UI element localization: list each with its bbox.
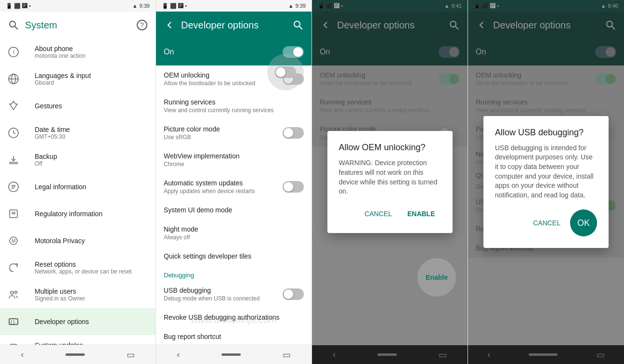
oem-dialog-body: WARNING: Device protection features will… <box>339 158 441 196</box>
dev-item-quicktiles[interactable]: Quick settings developer tiles <box>156 247 312 266</box>
about-label: About phone <box>35 45 85 52</box>
autoupdate-toggle-middle[interactable] <box>283 181 304 193</box>
debugging-section-middle: Debugging <box>156 266 312 281</box>
sidebar-item-about[interactable]: i About phone motorola one action <box>0 39 156 65</box>
oem-enable-btn[interactable]: Enable <box>402 206 441 221</box>
dev-item-color[interactable]: Picture color mode Use sRGB <box>156 119 312 146</box>
recents-btn-middle[interactable]: ▭ <box>283 350 291 360</box>
status-right-left: ▲ 9:39 <box>132 3 150 9</box>
system-title: System <box>25 20 130 31</box>
dev-item-demo[interactable]: System UI demo mode <box>156 200 312 220</box>
back-btn-left[interactable]: ‹ <box>21 350 24 360</box>
sidebar-item-reset[interactable]: Reset options Network, apps, or device c… <box>0 254 156 281</box>
sidebar-item-sysupdate[interactable]: System updates Updated to Android 9 <box>0 335 156 345</box>
sysupdate-label: System updates <box>35 341 89 345</box>
sidebar-item-legal[interactable]: Legal information <box>0 173 156 200</box>
dev-item-bugreport[interactable]: Bug report shortcut <box>156 327 312 345</box>
on-label-middle: On <box>164 48 174 56</box>
back-icon-middle[interactable] <box>164 19 175 31</box>
usb-dialog: Allow USB debugging? USB debugging is in… <box>483 116 609 248</box>
oem-dialog-actions: Cancel Enable <box>339 206 441 221</box>
sidebar-item-datetime[interactable]: Date & time GMT+05:30 <box>0 119 156 146</box>
devopt-icon: { } <box>8 316 19 327</box>
home-indicator-left[interactable] <box>65 353 85 356</box>
sidebar-item-regulatory[interactable]: Regulatory information <box>0 200 156 227</box>
backup-sub: Off <box>35 160 57 167</box>
system-panel: 📱 ⬛ 🅿 • ▲ 9:39 System ? i <box>0 0 156 364</box>
notif-icons-middle: 📱 ⬛ 🅿 • <box>162 3 187 9</box>
search-icon-middle[interactable] <box>292 19 304 31</box>
oem-label: OEM unlocking Allow the bootloader to be… <box>164 71 255 87</box>
sidebar-list: i About phone motorola one action Langua… <box>0 39 156 345</box>
dev-header-middle: Developer options <box>156 12 312 39</box>
svg-line-1 <box>15 26 18 29</box>
dev-panel-middle: 📱 ⬛ 🅿 • ▲ 9:39 Developer options On OEM … <box>156 0 312 364</box>
usb-dialog-actions: Cancel OK <box>495 209 597 236</box>
gestures-label: Gestures <box>35 102 62 110</box>
users-label: Multiple users <box>35 287 85 295</box>
wifi-icon: ▲ <box>132 3 138 9</box>
dev-item-running[interactable]: Running services View and control curren… <box>156 92 312 119</box>
svg-text:{ }: { } <box>11 320 15 325</box>
svg-point-0 <box>10 21 15 27</box>
sidebar-item-backup[interactable]: Backup Off <box>0 146 156 173</box>
system-header: System ? <box>0 12 156 39</box>
oem-cancel-btn[interactable]: Cancel <box>359 206 398 221</box>
toggle-zoom-circle <box>267 54 304 91</box>
wifi-icon-middle: ▲ <box>288 3 294 9</box>
datetime-text: Date & time GMT+05:30 <box>35 126 70 140</box>
usb-dialog-body: USB debugging is intended for developmen… <box>495 143 597 200</box>
reset-label: Reset options <box>35 260 131 268</box>
color-toggle-middle[interactable] <box>283 127 304 139</box>
sidebar-item-devopt[interactable]: { } Developer options <box>0 308 156 335</box>
languages-label: Languages & input <box>35 72 91 79</box>
sysupdate-text: System updates Updated to Android 9 <box>35 341 89 345</box>
recents-btn-left[interactable]: ▭ <box>127 350 135 360</box>
dev-item-revoke[interactable]: Revoke USB debugging authorizations <box>156 308 312 327</box>
status-bar-left: 📱 ⬛ 🅿 • ▲ 9:39 <box>0 0 156 12</box>
search-icon-left[interactable] <box>8 19 19 31</box>
legal-icon <box>8 181 19 193</box>
backup-label: Backup <box>35 153 57 160</box>
enable-zoom-circle: Enable <box>417 258 456 297</box>
dev-list-middle: OEM unlocking Allow the bootloader to be… <box>156 65 312 345</box>
usb-ok-btn[interactable]: OK <box>570 209 597 236</box>
status-right-middle: ▲ 9:39 <box>288 3 306 9</box>
sidebar-item-gestures[interactable]: Gestures <box>0 92 156 119</box>
svg-line-11 <box>13 133 15 134</box>
sidebar-item-languages[interactable]: Languages & input Gboard <box>0 65 156 92</box>
info-icon: i <box>8 46 19 58</box>
devopt-label: Developer options <box>35 318 89 325</box>
help-icon[interactable]: ? <box>136 19 148 31</box>
dev-item-night[interactable]: Night mode Always off <box>156 220 312 247</box>
dev-item-autoupdate[interactable]: Automatic system updates Apply updates w… <box>156 173 312 200</box>
svg-point-21 <box>11 291 13 294</box>
dev-item-webview[interactable]: WebView implementation Chrome <box>156 146 312 173</box>
backup-icon <box>8 154 19 166</box>
status-icons-middle: 📱 ⬛ 🅿 • <box>162 3 187 9</box>
sidebar-item-privacy[interactable]: M Motorola Privacy <box>0 227 156 254</box>
status-icons-left: 📱 ⬛ 🅿 • <box>6 3 31 9</box>
time-middle: 9:39 <box>296 3 306 9</box>
datetime-label: Date & time <box>35 126 70 133</box>
usb-cancel-btn[interactable]: Cancel <box>527 209 566 236</box>
privacy-label: Motorola Privacy <box>35 237 85 245</box>
about-text: About phone motorola one action <box>35 45 85 59</box>
sidebar-item-users[interactable]: Multiple users Signed in as Owner <box>0 281 156 308</box>
privacy-text: Motorola Privacy <box>35 237 85 245</box>
users-sub: Signed in as Owner <box>35 295 85 302</box>
datetime-sub: GMT+05:30 <box>35 133 70 140</box>
reset-sub: Network, apps, or device can be reset <box>35 268 131 275</box>
dev-panel-right1: 📱 ⬛ 🅿 • ▲ 9:41 Developer options On OEM … <box>312 0 468 364</box>
dev-item-usb[interactable]: USB debugging Debug mode when USB is con… <box>156 281 312 308</box>
language-icon <box>8 73 19 85</box>
home-indicator-middle[interactable] <box>221 353 241 356</box>
svg-text:i: i <box>13 49 14 55</box>
users-text: Multiple users Signed in as Owner <box>35 287 85 302</box>
svg-text:?: ? <box>140 21 144 29</box>
usb-toggle-middle[interactable] <box>283 288 304 300</box>
oem-dialog-overlay: Allow OEM unlocking? WARNING: Device pro… <box>312 0 468 364</box>
back-btn-middle[interactable]: ‹ <box>177 350 180 360</box>
bottom-nav-middle: ‹ ▭ <box>156 345 312 364</box>
svg-point-22 <box>15 291 17 294</box>
